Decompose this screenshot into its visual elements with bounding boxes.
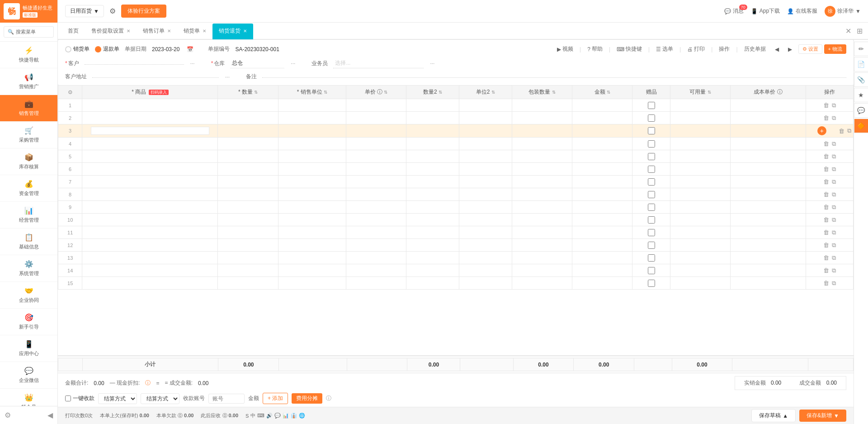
unit2-cell[interactable] (459, 239, 512, 252)
pack-qty-cell[interactable] (512, 214, 572, 226)
copy-row-icon[interactable]: ⧉ (832, 114, 836, 122)
unit-price-cell[interactable] (346, 150, 406, 163)
quantity-cell[interactable] (218, 201, 278, 214)
quantity-cell[interactable] (218, 99, 278, 112)
sidebar-item-system[interactable]: ⚙️ 系统管理 (0, 255, 57, 282)
pack-qty-cell[interactable] (512, 277, 572, 290)
history-button[interactable]: 历史单据 (741, 44, 769, 54)
customer-input[interactable] (85, 62, 184, 65)
video-button[interactable]: ▶ 视频 (554, 44, 576, 54)
unit2-cell[interactable] (459, 150, 512, 163)
sales-unit-cell[interactable] (278, 277, 346, 290)
right-float-active[interactable]: 🔶 (854, 119, 868, 133)
pack-qty-cell[interactable] (512, 150, 572, 163)
customer-address-input[interactable] (92, 76, 219, 78)
gift-cell[interactable] (632, 226, 670, 239)
quantity2-cell[interactable] (406, 239, 459, 252)
quantity2-cell[interactable] (406, 99, 459, 112)
gift-checkbox[interactable] (648, 153, 655, 160)
col-cost-price-header[interactable]: 成本单价 ⓘ (731, 86, 806, 99)
tab-close-sales-delivery[interactable]: ✕ (203, 29, 206, 33)
calc-method-select[interactable]: 结算方式 (141, 393, 179, 404)
sales-unit-cell[interactable] (278, 252, 346, 264)
unit2-cell[interactable] (459, 201, 512, 214)
quantity-cell[interactable] (218, 264, 278, 277)
gift-cell[interactable] (632, 163, 670, 176)
copy-row-icon[interactable]: ⧉ (832, 166, 836, 173)
gift-cell[interactable] (632, 264, 670, 277)
quantity2-cell[interactable] (406, 188, 459, 201)
amount-cell[interactable] (572, 264, 632, 277)
sidebar-item-inventory[interactable]: 📦 库存核算 (0, 148, 57, 175)
delete-row-icon[interactable]: 🗑 (823, 178, 829, 185)
unit-price-cell[interactable] (346, 163, 406, 176)
product-cell[interactable] (82, 226, 218, 239)
sales-unit-cell[interactable] (278, 112, 346, 124)
delete-row-icon[interactable]: 🗑 (823, 191, 829, 198)
gift-checkbox[interactable] (648, 127, 655, 134)
unit2-cell[interactable] (459, 99, 512, 112)
salesperson-more-icon[interactable]: ··· (430, 60, 434, 67)
gift-cell[interactable] (632, 201, 670, 214)
col-sales-unit-header[interactable]: * 销售单位 ⇅ (278, 86, 346, 99)
cost-price-cell[interactable] (731, 277, 806, 290)
pack-qty-cell[interactable] (512, 252, 572, 264)
product-cell[interactable] (82, 277, 218, 290)
available-cell[interactable] (670, 99, 730, 112)
quantity-cell[interactable] (218, 252, 278, 264)
unit-price-cell[interactable] (346, 188, 406, 201)
available-cell[interactable] (670, 252, 730, 264)
cost-price-cell[interactable] (731, 163, 806, 176)
pack-qty-cell[interactable] (512, 99, 572, 112)
sidebar-item-shortcut[interactable]: ⚡ 快捷导航 (0, 42, 57, 68)
tab-sales-return[interactable]: 销货退货 ✕ (212, 24, 253, 39)
available-cell[interactable] (670, 201, 730, 214)
sidebar-item-sales[interactable]: 💼 销售管理 (0, 95, 57, 122)
quantity2-cell[interactable] (406, 150, 459, 163)
delete-row-icon[interactable]: 🗑 (823, 204, 829, 210)
pack-qty-cell[interactable] (512, 176, 572, 188)
sales-unit-cell[interactable] (278, 99, 346, 112)
col-gift-header[interactable]: 赠品 (632, 86, 670, 99)
quantity-cell[interactable] (218, 277, 278, 290)
gift-cell[interactable] (632, 138, 670, 150)
sales-unit-cell[interactable] (278, 226, 346, 239)
daily-select[interactable]: 日用百货 ▼ (65, 5, 104, 17)
cost-price-cell[interactable] (731, 138, 806, 150)
amount-cell[interactable] (572, 188, 632, 201)
sidebar-item-member[interactable]: 👑 畅会员 (0, 389, 57, 406)
fee-info-icon[interactable]: ⓘ (326, 395, 331, 402)
unit-price-cell[interactable] (346, 176, 406, 188)
copy-row-icon[interactable]: ⧉ (832, 280, 836, 287)
gift-checkbox[interactable] (648, 280, 655, 287)
cost-price-cell[interactable] (731, 124, 806, 138)
available-cell[interactable] (670, 124, 730, 138)
amount-cell[interactable] (572, 239, 632, 252)
unit-price-cell[interactable] (346, 138, 406, 150)
unit2-cell[interactable] (459, 252, 512, 264)
gift-cell[interactable] (632, 176, 670, 188)
quantity2-cell[interactable] (406, 264, 459, 277)
quantity2-cell[interactable] (406, 252, 459, 264)
quantity-cell[interactable] (218, 112, 278, 124)
gift-cell[interactable] (632, 252, 670, 264)
warehouse-input[interactable]: 总仓 (230, 58, 284, 68)
sidebar-item-finance[interactable]: 💰 资金管理 (0, 175, 57, 202)
online-service-button[interactable]: 👤 在线客服 (787, 7, 817, 15)
note-input[interactable] (262, 76, 846, 78)
sales-unit-cell[interactable] (278, 201, 346, 214)
product-cell[interactable] (82, 201, 218, 214)
gift-checkbox[interactable] (648, 102, 655, 109)
copy-row-icon[interactable]: ⧉ (832, 229, 836, 236)
gift-checkbox[interactable] (648, 254, 655, 262)
col-amount-header[interactable]: 金额 ⇅ (572, 86, 632, 99)
copy-row-icon[interactable]: ⧉ (832, 204, 836, 211)
amount-cell[interactable] (572, 226, 632, 239)
cost-price-cell[interactable] (731, 226, 806, 239)
sales-unit-cell[interactable] (278, 214, 346, 226)
cost-price-cell[interactable] (731, 239, 806, 252)
gift-checkbox[interactable] (648, 114, 655, 122)
copy-row-icon[interactable]: ⧉ (832, 191, 836, 198)
col-unit2-header[interactable]: 单位2 ⇅ (459, 86, 512, 99)
available-cell[interactable] (670, 214, 730, 226)
